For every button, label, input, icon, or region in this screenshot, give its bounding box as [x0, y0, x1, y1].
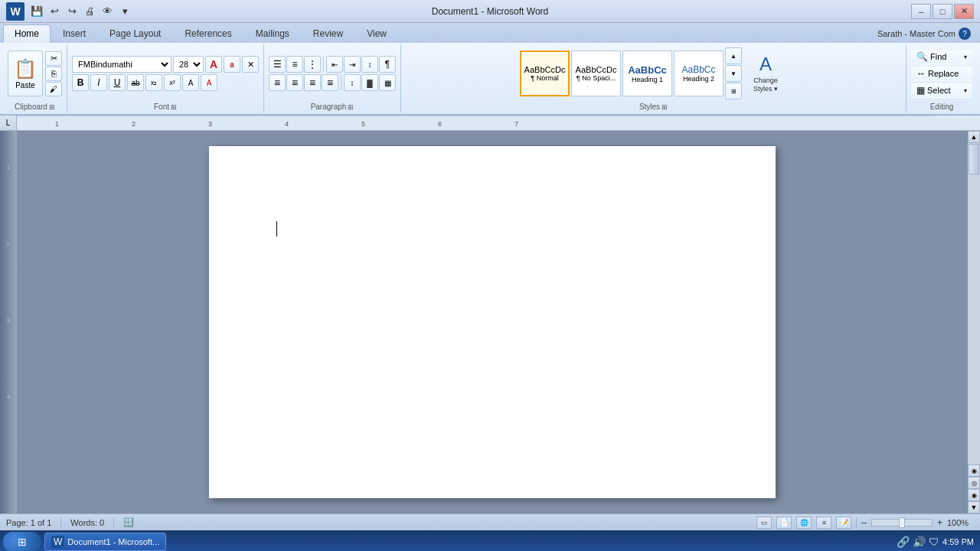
shading-button[interactable]: ▓ — [361, 74, 378, 91]
tab-page-layout[interactable]: Page Layout — [98, 24, 172, 43]
align-left-button[interactable]: ≡ — [269, 74, 286, 91]
help-icon[interactable]: ? — [959, 28, 971, 40]
increase-indent-button[interactable]: ⇥ — [344, 56, 361, 73]
print-layout-button[interactable]: ▭ — [756, 517, 772, 529]
zoom-out-button[interactable]: – — [861, 517, 867, 528]
undo-qa-button[interactable]: ↩ — [47, 4, 62, 19]
zoom-thumb[interactable] — [899, 517, 905, 528]
language-icon[interactable]: 🔡 — [123, 517, 134, 527]
multilevel-button[interactable]: ⋮ — [304, 56, 321, 73]
start-button[interactable]: ⊞ — [3, 532, 41, 551]
select-arrow: ▾ — [964, 87, 967, 94]
customize-qa-button[interactable]: ▾ — [117, 4, 132, 19]
text-highlight-button[interactable]: A — [182, 74, 199, 91]
preview-qa-button[interactable]: 👁 — [100, 4, 115, 19]
replace-button[interactable]: ↔ Replace — [911, 66, 972, 81]
security-icon[interactable]: 🛡 — [929, 536, 939, 548]
strikethrough-button[interactable]: ab — [127, 74, 144, 91]
select-button[interactable]: ▦ Select ▾ — [911, 83, 972, 98]
styles-more[interactable]: ⊞ — [725, 83, 742, 99]
style-no-spacing[interactable]: AaBbCcDc ¶ No Spaci... — [571, 51, 621, 96]
numbering-button[interactable]: ≡ — [286, 56, 303, 73]
taskbar-document-item[interactable]: W Document1 - Microsoft... — [44, 533, 166, 551]
underline-button[interactable]: U — [109, 74, 126, 91]
ruler-corner[interactable]: L — [0, 116, 17, 131]
word-taskbar-icon: W — [51, 536, 64, 548]
close-button[interactable]: ✕ — [954, 4, 974, 19]
borders-button[interactable]: ▦ — [379, 74, 396, 91]
draft-button[interactable]: 📝 — [836, 517, 851, 529]
sort-button[interactable]: ↕ — [361, 56, 378, 73]
bold-button[interactable]: B — [72, 74, 89, 91]
line-spacing-button[interactable]: ↕ — [344, 74, 361, 91]
font-color-button[interactable]: A — [201, 74, 217, 91]
volume-icon[interactable]: 🔊 — [913, 536, 926, 548]
paragraph-content: ☰ ≡ ⋮ ⇤ ⇥ ↕ ¶ ≡ ≡ ≡ ≡ — [269, 46, 396, 101]
system-clock[interactable]: 4:59 PM — [942, 536, 974, 547]
align-right-button[interactable]: ≡ — [304, 74, 321, 91]
align-center-button[interactable]: ≡ — [286, 74, 303, 91]
full-reading-button[interactable]: 📄 — [776, 517, 792, 529]
show-marks-button[interactable]: ¶ — [379, 56, 396, 73]
web-layout-button[interactable]: 🌐 — [796, 517, 812, 529]
replace-icon: ↔ — [916, 68, 926, 79]
style-heading2[interactable]: AaBbCc Heading 2 — [674, 51, 724, 96]
paragraph-expand-icon[interactable]: ⊞ — [348, 103, 354, 111]
cut-button[interactable]: ✂ — [45, 51, 62, 66]
minimize-button[interactable]: – — [911, 4, 931, 19]
save-qa-button[interactable]: 💾 — [29, 4, 44, 19]
zoom-percent[interactable]: 100% — [947, 518, 974, 527]
document-page[interactable]: @keyframes blink { 0%,100%{opacity:1} 50… — [209, 146, 776, 498]
tab-insert[interactable]: Insert — [51, 24, 97, 43]
style-normal[interactable]: AaBbCcDc ¶ Normal — [520, 51, 570, 96]
justify-button[interactable]: ≡ — [322, 74, 338, 91]
outline-button[interactable]: ≡ — [816, 517, 831, 529]
subscript-button[interactable]: x₂ — [145, 74, 162, 91]
change-styles-icon: A — [760, 54, 772, 75]
scroll-up-button[interactable]: ▲ — [968, 131, 980, 143]
font-size-select[interactable]: 28 — [173, 56, 204, 73]
zoom-in-button[interactable]: + — [937, 517, 942, 528]
format-painter-button[interactable]: 🖌 — [45, 82, 62, 96]
tab-references[interactable]: References — [173, 24, 243, 43]
tab-view[interactable]: View — [355, 24, 398, 43]
paste-button[interactable]: 📋 Paste — [8, 51, 43, 96]
svg-text:1: 1 — [55, 120, 59, 128]
styles-expand-icon[interactable]: ⊞ — [662, 103, 668, 111]
scroll-thumb[interactable] — [969, 144, 979, 174]
clipboard-expand-icon[interactable]: ⊞ — [49, 103, 55, 111]
font-expand-icon[interactable]: ⊞ — [171, 103, 177, 111]
bullets-button[interactable]: ☰ — [269, 56, 286, 73]
font-shrink-button[interactable]: a — [224, 56, 240, 73]
next-page-button[interactable]: ◉ — [968, 489, 980, 501]
styles-scroll-down[interactable]: ▼ — [725, 65, 742, 82]
tab-home[interactable]: Home — [3, 24, 51, 43]
document-area[interactable]: @keyframes blink { 0%,100%{opacity:1} 50… — [17, 131, 968, 514]
select-browse-button[interactable]: ◎ — [968, 477, 980, 489]
change-styles-button[interactable]: A ChangeStyles ▾ — [744, 54, 787, 93]
find-button[interactable]: 🔍 Find ▾ — [911, 49, 972, 64]
styles-gallery: AaBbCcDc ¶ Normal AaBbCcDc ¶ No Spaci...… — [520, 47, 742, 99]
zoom-slider[interactable] — [871, 519, 933, 527]
font-grow-button[interactable]: A — [205, 56, 222, 73]
superscript-button[interactable]: x² — [164, 74, 181, 91]
tab-review[interactable]: Review — [302, 24, 354, 43]
status-bar: Page: 1 of 1 Words: 0 🔡 ▭ 📄 🌐 ≡ 📝 – + 10… — [0, 514, 980, 530]
print-qa-button[interactable]: 🖨 — [82, 4, 97, 19]
clear-formatting-button[interactable]: ✕ — [242, 56, 259, 73]
italic-button[interactable]: I — [90, 74, 107, 91]
style-heading1[interactable]: AaBbCc Heading 1 — [622, 51, 672, 96]
tab-mailings[interactable]: Mailings — [244, 24, 301, 43]
copy-button[interactable]: ⎘ — [45, 67, 62, 81]
prev-page-button[interactable]: ◉ — [968, 465, 980, 477]
font-name-select[interactable]: FMBindumathi — [72, 56, 172, 73]
redo-qa-button[interactable]: ↪ — [64, 4, 80, 19]
decrease-indent-button[interactable]: ⇤ — [326, 56, 343, 73]
network-icon[interactable]: 🔗 — [897, 536, 910, 548]
scroll-track[interactable] — [968, 143, 980, 465]
styles-label: Styles ⊞ — [406, 101, 901, 111]
horizontal-ruler: L 1 2 3 4 5 6 7 — [0, 116, 980, 131]
maximize-button[interactable]: □ — [933, 4, 952, 19]
scroll-down-button[interactable]: ▼ — [968, 501, 980, 514]
styles-scroll-up[interactable]: ▲ — [725, 47, 742, 64]
